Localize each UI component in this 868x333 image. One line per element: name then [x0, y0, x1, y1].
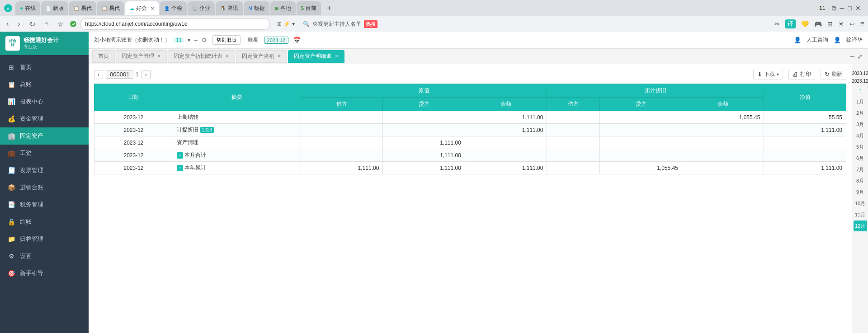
cell-orig-credit — [383, 124, 465, 136]
tab-close-icon[interactable]: ✕ — [225, 53, 229, 59]
sidebar-item-home[interactable]: ⊞ 首页 — [0, 59, 89, 76]
tab-label: 固定资产管理 — [122, 52, 154, 60]
sidebar-item-settings[interactable]: ⚙ 设置 — [0, 248, 89, 265]
browser-back-btn[interactable]: ‹ — [4, 19, 11, 29]
calendar-icon[interactable]: 📅 — [293, 37, 301, 44]
month-item[interactable]: 2月 — [854, 108, 867, 118]
dropdown-icon[interactable]: ▾ — [292, 21, 295, 27]
tab-close-icon[interactable]: ✕ — [335, 53, 339, 59]
grid-icon[interactable]: ⊞ — [827, 20, 833, 28]
month-item[interactable]: 6月 — [854, 153, 867, 164]
sidebar-item-archive[interactable]: 📁 归档管理 — [0, 230, 89, 248]
sidebar-item-tax[interactable]: 📑 税务管理 — [0, 196, 89, 213]
app-logo: 好会计 — [5, 36, 20, 51]
page-tab-home[interactable]: 首页 — [92, 50, 115, 63]
cell-summary: 上期结转 — [173, 111, 301, 124]
month-item[interactable]: 5月 — [854, 141, 867, 152]
menu-icon[interactable]: ≡ — [860, 20, 864, 28]
page-tab-fixed-mgmt[interactable]: 固定资产管理 ✕ — [116, 50, 167, 63]
add-account-icon[interactable]: + — [194, 37, 198, 44]
browser-tab-gesui[interactable]: 👤 个税 — [160, 1, 187, 15]
url-input[interactable]: https://cloud.chanjet.com/accounting/uw1… — [80, 18, 270, 30]
month-item[interactable]: 10月 — [854, 198, 867, 209]
cell-summary: +本年累计 — [173, 162, 301, 174]
scroll-up-icon[interactable]: ↑ — [854, 85, 867, 96]
month-item[interactable]: 12月 — [854, 220, 867, 231]
col-accum-balance: 余额 — [682, 98, 764, 111]
sidebar-nav: ⊞ 首页 📋 总账 📊 报表中心 💰 资金管理 🏢 固定资产 💼 工资 — [0, 55, 89, 333]
sidebar-item-invoice[interactable]: 🧾 发票管理 — [0, 162, 89, 179]
month-item[interactable]: 1月 — [854, 96, 867, 107]
sidebar-item-salary[interactable]: 💼 工资 — [0, 145, 89, 162]
browser-tab-yidai2[interactable]: 📋 易代 — [97, 1, 124, 15]
page-tab-fixed-detail[interactable]: 固定资产明细账 ✕ — [288, 50, 344, 63]
browser-tab-tengxun[interactable]: 🐧 腾讯 — [216, 1, 243, 15]
tab-close-icon[interactable]: ✕ — [157, 53, 161, 59]
cell-orig-balance: 1,111.00 — [465, 162, 547, 174]
tab-label: 畅捷 — [254, 5, 265, 12]
switch-old-version-btn[interactable]: 切到旧版 — [212, 35, 241, 45]
browser-tab-new[interactable]: 📄 新版 — [41, 1, 68, 15]
cell-net-value: 1,111.00 — [764, 124, 846, 136]
browser-close-btn[interactable]: ✕ — [855, 5, 861, 12]
translate-icon[interactable]: 译 — [785, 19, 796, 28]
tab-close-icon[interactable]: ✕ — [151, 6, 154, 11]
refresh-btn[interactable]: ↻ 刷新 — [821, 69, 846, 80]
scissors-icon[interactable]: ✂ — [774, 20, 780, 28]
browser-tab-qiye[interactable]: 🏢 企业 — [188, 1, 215, 15]
qr-icon[interactable]: ⊞ — [277, 21, 282, 27]
page-tab-fixed-category[interactable]: 固定资产类别 ✕ — [236, 50, 287, 63]
settings-mini-icon[interactable]: ⚙ — [202, 37, 207, 43]
gamepad-icon[interactable]: 🎮 — [814, 20, 822, 28]
browser-tab-gedi[interactable]: ⊞ 各地 — [270, 1, 296, 15]
month-item[interactable]: 8月 — [854, 175, 867, 186]
browser-maximize-btn[interactable]: □ — [848, 5, 852, 12]
sidebar-item-capital[interactable]: 💰 资金管理 — [0, 110, 89, 127]
browser-tab-changjie[interactable]: M 畅捷 — [244, 1, 269, 15]
maximize-pane-icon[interactable]: ⤢ — [857, 53, 863, 60]
print-btn[interactable]: 🖨 打印 — [788, 69, 815, 80]
month-item[interactable]: 4月 — [854, 130, 867, 141]
brand-name: 畅捷通好会计 — [24, 37, 59, 44]
lightning-icon[interactable]: ⚡ — [283, 21, 290, 27]
sidebar-item-fixed[interactable]: 🏢 固定资产 — [0, 127, 89, 145]
wallet-icon[interactable]: 💛 — [801, 20, 809, 28]
pager-prev-btn[interactable]: ‹ — [94, 70, 103, 79]
month-item[interactable]: 3月 — [854, 119, 867, 130]
browser-tab-online[interactable]: ● 在线 — [15, 1, 40, 15]
browser-home-btn[interactable]: ⌂ — [42, 19, 52, 29]
sidebar-item-close[interactable]: 🔒 结账 — [0, 213, 89, 230]
browser-chrome: e ● 在线 📄 新版 📋 易代 📋 易代 ☁ 好会 ✕ 👤 个税 🏢 — [0, 0, 868, 32]
browser-minimize-btn[interactable]: ─ — [840, 5, 844, 12]
month-item[interactable]: 11月 — [854, 209, 867, 220]
tab-close-icon[interactable]: ✕ — [277, 53, 281, 59]
period-value[interactable]: 2023-12 — [264, 37, 288, 44]
browser-reload-btn[interactable]: ↻ — [27, 19, 38, 29]
service-btn[interactable]: 人工咨询 — [807, 36, 828, 44]
sidebar-item-inout[interactable]: 📦 进销台账 — [0, 179, 89, 196]
browser-bookmark-btn[interactable]: ☆ — [55, 19, 66, 29]
page-tab-fixed-deprec[interactable]: 固定资产折旧统计表 ✕ — [168, 50, 235, 63]
cell-orig-balance: 1,111.00 — [465, 124, 547, 136]
year-badge: 2023 — [200, 127, 214, 133]
sidebar-item-ledger[interactable]: 📋 总账 — [0, 76, 89, 93]
browser-tab-muqian[interactable]: S 目前 — [297, 1, 321, 15]
col-net-value: 净值 — [764, 84, 846, 111]
undo-icon[interactable]: ↩ — [849, 20, 855, 28]
sidebar-item-guide[interactable]: 🎯 新手引导 — [0, 265, 89, 282]
account-name: 刘小艳演示账套（勿删勿动！） — [94, 36, 170, 44]
download-btn[interactable]: ⬇ 下载 ▾ — [753, 69, 783, 80]
browser-tab-yidai1[interactable]: 📋 易代 — [69, 1, 96, 15]
hot-search-label: 热搜 — [364, 20, 377, 28]
browser-tab-haohui[interactable]: ☁ 好会 ✕ — [125, 1, 159, 15]
new-tab-button[interactable]: + — [324, 3, 335, 14]
browser-restore-btn[interactable]: ⧉ — [832, 5, 836, 12]
dropdown-arrow-icon[interactable]: ▾ — [188, 37, 190, 43]
sidebar-item-report[interactable]: 📊 报表中心 — [0, 93, 89, 110]
pager-next-btn[interactable]: › — [142, 70, 151, 79]
month-item[interactable]: 9月 — [854, 187, 867, 197]
minimize-pane-icon[interactable]: ─ — [850, 53, 854, 60]
month-item[interactable]: 7月 — [854, 164, 867, 175]
brightness-icon[interactable]: ☀ — [838, 20, 844, 28]
browser-forward-btn[interactable]: › — [15, 19, 23, 29]
